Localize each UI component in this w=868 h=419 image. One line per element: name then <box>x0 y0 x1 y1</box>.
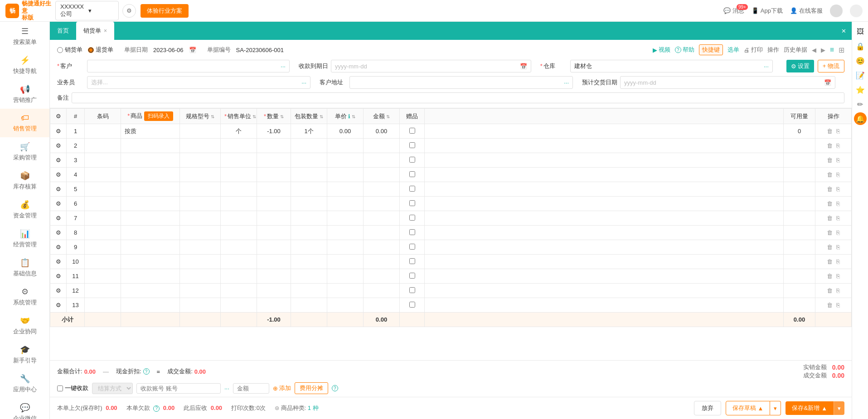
save-draft-arrow-btn[interactable]: ▾ <box>770 401 781 415</box>
delete-icon[interactable]: 🗑 <box>827 157 833 164</box>
row-product[interactable] <box>121 226 180 240</box>
row-gear[interactable]: ⚙ <box>50 226 67 240</box>
row-qty[interactable] <box>257 211 291 226</box>
row-amount[interactable]: 0.00 <box>364 124 400 139</box>
sidebar-item-quick[interactable]: ⚡ 快捷导航 <box>0 51 49 80</box>
row-gear[interactable]: ⚙ <box>50 168 67 182</box>
row-price[interactable] <box>327 153 364 168</box>
row-gear[interactable]: ⚙ <box>50 298 67 313</box>
delete-icon[interactable]: 🗑 <box>827 258 833 265</box>
row-gear[interactable]: ⚙ <box>50 269 67 284</box>
row-unit[interactable] <box>221 269 257 284</box>
row-qty[interactable]: -1.00 <box>257 124 291 139</box>
price-sort-icon[interactable]: ⇅ <box>352 114 355 119</box>
settings-icon-btn[interactable]: ⚙ <box>122 4 136 18</box>
row-qty[interactable] <box>257 255 291 269</box>
scan-btn[interactable]: 扫码录入 <box>144 111 173 121</box>
row-unit[interactable] <box>221 255 257 269</box>
row-gift[interactable] <box>400 197 425 211</box>
delete-icon[interactable]: 🗑 <box>827 215 833 222</box>
spec-sort-icon[interactable]: ⇅ <box>211 114 214 119</box>
tool-alert-btn[interactable]: 🔔 <box>854 112 867 125</box>
row-amount[interactable] <box>364 226 400 240</box>
row-desc[interactable] <box>425 298 784 313</box>
row-pack-qty[interactable] <box>291 269 327 284</box>
copy-icon[interactable]: ⎘ <box>836 287 840 294</box>
row-qty[interactable] <box>257 153 291 168</box>
row-unit[interactable] <box>221 197 257 211</box>
row-gift[interactable] <box>400 269 425 284</box>
qty-sort-icon[interactable]: ⇅ <box>280 114 284 119</box>
select-btn[interactable]: 选单 <box>727 46 739 54</box>
address-dots-icon[interactable]: ··· <box>564 79 569 86</box>
customer-address-input[interactable]: ··· <box>349 76 573 89</box>
app-download-btn[interactable]: 📱 App下载 <box>752 7 783 15</box>
row-pack-qty[interactable] <box>291 153 327 168</box>
tool-star-btn[interactable]: ⭐ <box>854 83 867 96</box>
row-spec[interactable] <box>180 211 221 226</box>
product-type-value[interactable]: 1 种 <box>308 405 319 411</box>
row-barcode[interactable] <box>85 197 121 211</box>
sidebar-item-finance[interactable]: 💰 资金管理 <box>0 195 49 224</box>
row-spec[interactable] <box>180 168 221 182</box>
row-unit[interactable] <box>221 168 257 182</box>
row-amount[interactable] <box>364 269 400 284</box>
row-amount[interactable] <box>364 139 400 153</box>
row-barcode[interactable] <box>85 153 121 168</box>
row-pack-qty[interactable] <box>291 240 327 255</box>
payment-amount-input[interactable] <box>233 383 269 394</box>
row-barcode[interactable] <box>85 255 121 269</box>
expense-help-icon[interactable]: ? <box>332 385 338 391</box>
copy-icon[interactable]: ⎘ <box>836 200 840 207</box>
row-spec[interactable] <box>180 284 221 298</box>
tool-note-btn[interactable]: 📝 <box>854 69 867 82</box>
sidebar-item-search[interactable]: ☰ 搜索菜单 <box>0 22 49 51</box>
salesperson-dots-icon[interactable]: ··· <box>301 79 306 86</box>
row-pack-qty[interactable] <box>291 182 327 197</box>
close-all-tabs-btn[interactable]: ✕ <box>841 28 852 34</box>
row-desc[interactable] <box>425 211 784 226</box>
row-barcode[interactable] <box>85 168 121 182</box>
ops-btn[interactable]: 操作 <box>767 46 779 54</box>
row-spec[interactable] <box>180 269 221 284</box>
row-price[interactable] <box>327 226 364 240</box>
row-gift[interactable] <box>400 284 425 298</box>
row-pack-qty[interactable] <box>291 298 327 313</box>
row-unit[interactable] <box>221 284 257 298</box>
row-amount[interactable] <box>364 298 400 313</box>
row-gear[interactable]: ⚙ <box>50 211 67 226</box>
row-product[interactable] <box>121 197 180 211</box>
sidebar-item-purchase[interactable]: 🛒 采购管理 <box>0 137 49 166</box>
row-qty[interactable] <box>257 284 291 298</box>
row-barcode[interactable] <box>85 139 121 153</box>
row-gear[interactable]: ⚙ <box>50 139 67 153</box>
prev-icon[interactable]: ◀ <box>812 47 816 53</box>
pack-sort-icon[interactable]: ⇅ <box>320 114 323 119</box>
row-amount[interactable] <box>364 240 400 255</box>
row-barcode[interactable] <box>85 182 121 197</box>
row-price[interactable] <box>327 168 364 182</box>
tab-home[interactable]: 首页 <box>50 22 76 40</box>
row-price[interactable] <box>327 269 364 284</box>
tool-image-btn[interactable]: 🖼 <box>854 25 867 38</box>
company-selector[interactable]: XXXXXX公司 ▾ <box>55 1 119 20</box>
row-desc[interactable] <box>425 255 784 269</box>
row-amount[interactable] <box>364 153 400 168</box>
sidebar-item-marketing[interactable]: 📢 营销推广 <box>0 80 49 109</box>
sidebar-item-system[interactable]: ⚙ 系统管理 <box>0 282 49 311</box>
row-barcode[interactable] <box>85 240 121 255</box>
row-spec[interactable] <box>180 226 221 240</box>
warehouse-dots-icon[interactable]: ··· <box>764 63 769 70</box>
delete-icon[interactable]: 🗑 <box>827 287 833 294</box>
salesperson-input[interactable]: 选择... ··· <box>87 76 310 89</box>
dots-icon[interactable]: ··· <box>224 385 229 392</box>
tool-lock-btn[interactable]: 🔒 <box>854 40 867 53</box>
next-icon[interactable]: ▶ <box>821 47 825 53</box>
row-barcode[interactable] <box>85 211 121 226</box>
row-spec[interactable] <box>180 139 221 153</box>
row-gift[interactable] <box>400 298 425 313</box>
row-pack-qty[interactable] <box>291 197 327 211</box>
row-gift[interactable] <box>400 226 425 240</box>
row-pack-qty[interactable] <box>291 226 327 240</box>
row-amount[interactable] <box>364 182 400 197</box>
